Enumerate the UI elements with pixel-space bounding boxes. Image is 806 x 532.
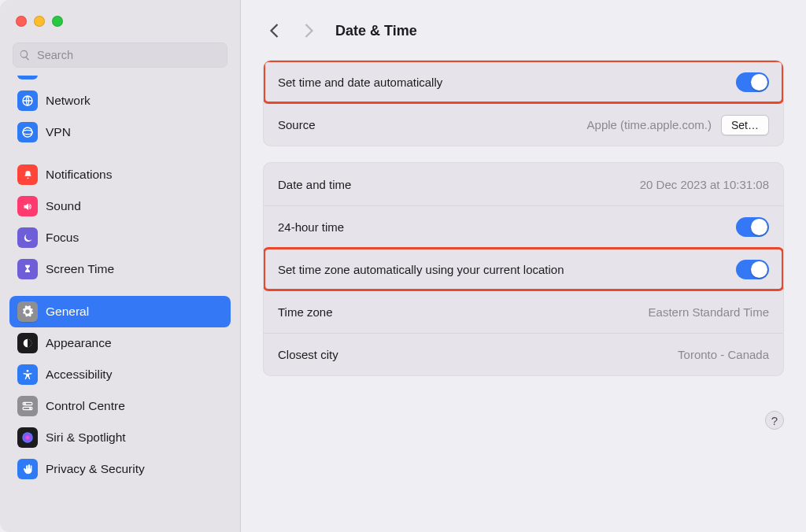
svg-point-6: [24, 403, 25, 405]
sidebar-item-label: Sound: [46, 199, 81, 213]
sidebar-item-appearance[interactable]: Appearance: [9, 327, 231, 359]
sidebar-item-siri-spotlight[interactable]: Siri & Spotlight: [9, 422, 231, 453]
sidebar-item-screen-time[interactable]: Screen Time: [9, 253, 231, 285]
appearance-icon: [17, 333, 38, 353]
svg-point-4: [27, 370, 29, 372]
sound-icon: [17, 196, 38, 216]
sidebar-item-label: Bluetooth: [46, 76, 98, 76]
maximize-window-button[interactable]: [52, 16, 63, 27]
moon-icon: [17, 227, 38, 248]
sidebar-item-label: Screen Time: [46, 262, 114, 276]
chevron-right-icon: [304, 23, 314, 39]
group-datetime: Date and time 20 Dec 2023 at 10:31:08 24…: [263, 162, 784, 376]
sidebar-item-label: VPN: [46, 125, 71, 139]
sidebar-item-general[interactable]: General: [9, 296, 231, 327]
window-controls: [0, 0, 240, 42]
sidebar-item-label: Appearance: [46, 336, 112, 350]
sidebar-item-focus[interactable]: Focus: [9, 222, 231, 253]
sidebar-item-label: Control Centre: [46, 399, 125, 413]
accessibility-icon: [17, 364, 38, 385]
hand-icon: [17, 459, 38, 479]
header: Date & Time: [263, 13, 784, 49]
hour24-toggle[interactable]: [736, 217, 769, 237]
row-tz: Time zone Eastern Standard Time: [264, 290, 783, 333]
sidebar-item-label: Notifications: [46, 168, 112, 182]
sidebar-item-label: Focus: [46, 231, 79, 245]
row-auto-time: Set time and date automatically: [264, 61, 783, 103]
svg-point-1: [23, 127, 32, 137]
sidebar-item-label: Siri & Spotlight: [46, 430, 126, 445]
sidebar-list[interactable]: BluetoothNetworkVPNNotificationsSoundFoc…: [0, 76, 240, 532]
sidebar-item-label: Accessibility: [46, 368, 112, 382]
chevron-left-icon: [269, 23, 279, 39]
auto-tz-label: Set time zone automatically using your c…: [278, 263, 736, 276]
row-source: Source Apple (time.apple.com.) Set…: [264, 103, 783, 146]
tz-value: Eastern Standard Time: [649, 305, 769, 319]
sidebar-item-label: Network: [46, 94, 91, 108]
row-city: Closest city Toronto - Canada: [264, 333, 783, 375]
sidebar-item-network[interactable]: Network: [9, 85, 231, 116]
network-icon: [17, 91, 38, 111]
vpn-icon: [17, 122, 38, 142]
source-set-button[interactable]: Set…: [721, 115, 769, 135]
switches-icon: [17, 396, 38, 416]
hour24-label: 24-hour time: [278, 220, 736, 234]
source-label: Source: [278, 118, 587, 131]
help-button[interactable]: ?: [765, 411, 784, 430]
row-datetime: Date and time 20 Dec 2023 at 10:31:08: [264, 163, 783, 205]
source-value: Apple (time.apple.com.): [587, 118, 712, 131]
gear-icon: [17, 301, 38, 322]
search-field[interactable]: [13, 42, 227, 68]
page-title: Date & Time: [335, 23, 417, 39]
search-icon: [19, 50, 31, 61]
sidebar-item-sound[interactable]: Sound: [9, 190, 231, 222]
auto-time-toggle[interactable]: [736, 72, 769, 92]
close-window-button[interactable]: [16, 16, 27, 27]
sidebar-item-control-centre[interactable]: Control Centre: [9, 390, 231, 422]
sidebar-item-accessibility[interactable]: Accessibility: [9, 359, 231, 390]
svg-point-9: [22, 432, 33, 443]
sidebar-item-vpn[interactable]: VPN: [9, 116, 231, 148]
forward-button[interactable]: [298, 20, 320, 42]
group-time-source: Set time and date automatically Source A…: [263, 60, 784, 146]
minimize-window-button[interactable]: [34, 16, 45, 27]
sidebar: BluetoothNetworkVPNNotificationsSoundFoc…: [0, 0, 241, 532]
city-value: Toronto - Canada: [678, 348, 769, 361]
bluetooth-icon: [17, 76, 38, 79]
sidebar-item-label: General: [46, 305, 89, 319]
sidebar-item-label: Privacy & Security: [46, 462, 145, 476]
main-panel: Date & Time Set time and date automatica…: [241, 0, 806, 532]
datetime-label: Date and time: [278, 178, 640, 191]
svg-point-2: [23, 130, 32, 134]
settings-window: BluetoothNetworkVPNNotificationsSoundFoc…: [0, 0, 806, 532]
hourglass-icon: [17, 259, 38, 279]
city-label: Closest city: [278, 348, 678, 361]
svg-point-8: [29, 408, 31, 409]
tz-label: Time zone: [278, 305, 649, 319]
sidebar-item-bluetooth[interactable]: Bluetooth: [9, 76, 231, 85]
sidebar-item-privacy-security[interactable]: Privacy & Security: [9, 453, 231, 485]
row-24hour: 24-hour time: [264, 205, 783, 248]
auto-time-label: Set time and date automatically: [278, 76, 736, 89]
back-button[interactable]: [263, 20, 285, 42]
search-input[interactable]: [13, 42, 227, 68]
siri-icon: [17, 427, 38, 448]
datetime-value: 20 Dec 2023 at 10:31:08: [640, 178, 769, 191]
bell-icon: [17, 164, 38, 185]
row-auto-tz: Set time zone automatically using your c…: [264, 248, 783, 290]
sidebar-item-notifications[interactable]: Notifications: [9, 159, 231, 190]
auto-tz-toggle[interactable]: [736, 260, 769, 279]
